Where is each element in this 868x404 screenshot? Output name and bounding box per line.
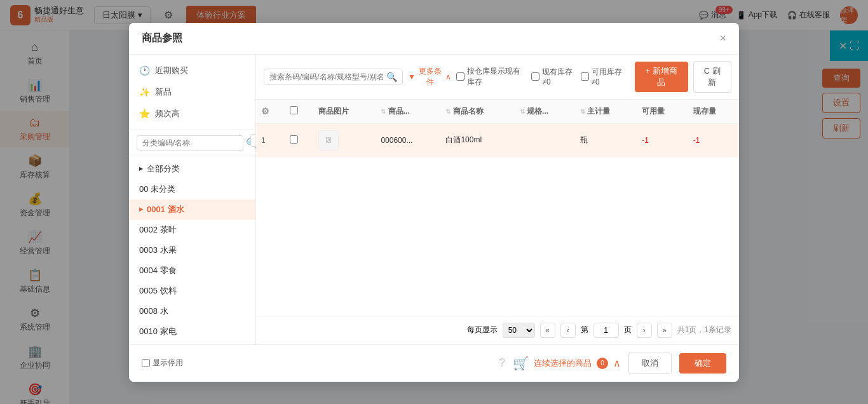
category-item-beverage[interactable]: 0005 饮料 xyxy=(129,281,255,301)
search-category-area: 🔍 ‹ xyxy=(129,130,255,156)
product-search-icon[interactable]: 🔍 xyxy=(386,72,397,82)
category-search-input[interactable] xyxy=(137,135,243,151)
available-value: -1 xyxy=(642,136,649,145)
cancel-button[interactable]: 取消 xyxy=(628,353,672,374)
product-search-wrap: 🔍 xyxy=(264,69,403,85)
cart-label: 连续选择的商品 xyxy=(534,358,592,369)
category-appliance-label: 0010 家电 xyxy=(139,326,177,337)
th-code[interactable]: ⇅ 商品... xyxy=(376,100,440,124)
th-name[interactable]: ⇅ 商品名称 xyxy=(440,100,514,124)
th-spec[interactable]: ⇅ 规格... xyxy=(515,100,575,124)
row-number: 1 xyxy=(261,136,266,145)
th-settings[interactable]: ⚙ xyxy=(256,100,285,124)
more-filter-button[interactable]: ▼ 更多条件 ∧ xyxy=(408,66,451,88)
cart-area[interactable]: 🛒 连续选择的商品 0 ∧ xyxy=(513,356,621,371)
product-table-container: ⚙ 商品图片 ⇅ 商品... ⇅ 商品名称 xyxy=(256,100,739,316)
category-item-water[interactable]: 0008 水 xyxy=(129,301,255,321)
checkbox-available-stock[interactable]: 可用库存≠0 xyxy=(581,67,625,86)
modal-close-button[interactable]: × xyxy=(719,32,726,45)
td-name: 白酒100ml xyxy=(440,123,514,157)
prev-page-button[interactable]: ‹ xyxy=(560,323,576,338)
select-all-checkbox[interactable] xyxy=(290,106,298,114)
column-settings-icon[interactable]: ⚙ xyxy=(261,106,269,116)
quicknav-frequent-label: 频次高 xyxy=(155,108,180,119)
filter-icon: ▼ xyxy=(408,72,416,81)
th-spec-label: 规格... xyxy=(527,107,548,116)
td-checkbox xyxy=(285,123,313,157)
category-beverage-label: 0005 饮料 xyxy=(139,285,177,297)
checkbox-current-stock[interactable]: 现有库存≠0 xyxy=(531,67,575,86)
page-label: 第 xyxy=(581,325,588,335)
quicknav-recent-label: 近期购买 xyxy=(155,65,188,76)
modal-header: 商品参照 × xyxy=(129,23,739,55)
product-search-input[interactable] xyxy=(269,72,384,81)
display-disabled-label: 显示停用 xyxy=(153,358,183,368)
modal-overlay: 商品参照 × 🕐 近期购买 ✨ 新品 ⭐ 频次高 xyxy=(0,0,868,404)
category-uncategorized-label: 00 未分类 xyxy=(139,184,175,195)
th-checkbox xyxy=(285,100,313,124)
checkbox-current-stock-input[interactable] xyxy=(531,72,539,81)
modal-toolbar: 🔍 ▼ 更多条件 ∧ 按仓库显示现有库存 现有库存≠0 xyxy=(256,55,739,100)
chevron-up-icon: ∧ xyxy=(445,72,451,81)
category-item-fruit[interactable]: 0003 水果 xyxy=(129,240,255,260)
page-number-input[interactable] xyxy=(593,323,619,338)
display-disabled-input[interactable] xyxy=(142,359,150,367)
category-item-all[interactable]: ▶ 全部分类 xyxy=(129,159,255,179)
next-page-button[interactable]: › xyxy=(637,323,652,338)
per-page-select[interactable]: 50 10 20 100 xyxy=(503,323,535,338)
th-available[interactable]: 可用量 xyxy=(637,100,688,124)
category-fruit-label: 0003 水果 xyxy=(139,245,177,256)
image-placeholder-icon: 🖼 xyxy=(325,137,332,144)
checkbox-available-stock-input[interactable] xyxy=(581,72,589,81)
category-item-snack[interactable]: 0004 零食 xyxy=(129,260,255,281)
refresh-button[interactable]: C 刷新 xyxy=(693,61,731,93)
star-icon: ⭐ xyxy=(139,109,150,119)
quicknav-frequent[interactable]: ⭐ 频次高 xyxy=(129,103,255,125)
checkbox-warehouse-display[interactable]: 按仓库显示现有库存 xyxy=(456,66,526,88)
quicknav-new[interactable]: ✨ 新品 xyxy=(129,81,255,103)
modal-body: 🕐 近期购买 ✨ 新品 ⭐ 频次高 🔍 xyxy=(129,55,739,344)
th-stock-label: 现存量 xyxy=(693,107,716,116)
display-disabled-checkbox[interactable]: 显示停用 xyxy=(142,358,183,368)
td-image: 🖼 xyxy=(313,123,376,157)
stock-value: -1 xyxy=(693,136,700,145)
th-available-label: 可用量 xyxy=(642,107,665,116)
quicknav-recent[interactable]: 🕐 近期购买 xyxy=(129,60,255,81)
per-page-label: 每页显示 xyxy=(467,325,498,335)
modal-title: 商品参照 xyxy=(142,32,182,45)
quicknav-new-label: 新品 xyxy=(155,86,172,98)
category-item-tea[interactable]: 0002 茶叶 xyxy=(129,220,255,240)
collapse-panel-button[interactable]: ‹ xyxy=(250,134,256,147)
category-item-appliance[interactable]: 0010 家电 xyxy=(129,321,255,342)
first-page-button[interactable]: « xyxy=(540,323,555,338)
category-list: ▶ 全部分类 00 未分类 ▶ 0001 酒水 0002 茶叶 0003 水果 xyxy=(129,156,255,344)
row-checkbox[interactable] xyxy=(290,135,298,144)
confirm-button[interactable]: 确定 xyxy=(679,353,726,374)
sort-icon-name: ⇅ xyxy=(445,108,451,115)
th-unit-label: 主计量 xyxy=(587,107,610,116)
total-pages-info: 共1页，1条记录 xyxy=(677,325,731,335)
pagination: 每页显示 50 10 20 100 « ‹ 第 页 › » 共1页，1条记录 xyxy=(256,316,739,344)
help-icon[interactable]: ? xyxy=(499,356,505,370)
checkbox-warehouse-input[interactable] xyxy=(456,72,465,81)
td-available: -1 xyxy=(637,123,688,157)
category-item-uncategorized[interactable]: 00 未分类 xyxy=(129,179,255,199)
td-unit: 瓶 xyxy=(575,123,637,157)
th-image[interactable]: 商品图片 xyxy=(313,100,376,124)
category-all-label: 全部分类 xyxy=(147,163,180,175)
th-stock[interactable]: 现存量 xyxy=(688,100,739,124)
cart-collapse-icon[interactable]: ∧ xyxy=(613,357,621,369)
search-category-bar: 🔍 xyxy=(129,130,255,156)
category-item-liquor[interactable]: ▶ 0001 酒水 xyxy=(129,199,255,220)
sort-icon-spec: ⇅ xyxy=(520,108,525,115)
table-row[interactable]: 1 🖼 000600... 白酒100ml 瓶 xyxy=(256,123,739,157)
th-unit[interactable]: ⇅ 主计量 xyxy=(575,100,637,124)
cart-count-badge: 0 xyxy=(597,358,608,369)
add-product-button[interactable]: + 新增商品 xyxy=(635,62,688,92)
product-thumbnail: 🖼 xyxy=(318,130,339,151)
last-page-button[interactable]: » xyxy=(657,323,672,338)
modal-right-panel: 🔍 ▼ 更多条件 ∧ 按仓库显示现有库存 现有库存≠0 xyxy=(256,55,739,344)
product-table-body: 1 🖼 000600... 白酒100ml 瓶 xyxy=(256,123,739,157)
product-reference-modal: 商品参照 × 🕐 近期购买 ✨ 新品 ⭐ 频次高 xyxy=(129,23,739,382)
category-tea-label: 0002 茶叶 xyxy=(139,224,177,236)
